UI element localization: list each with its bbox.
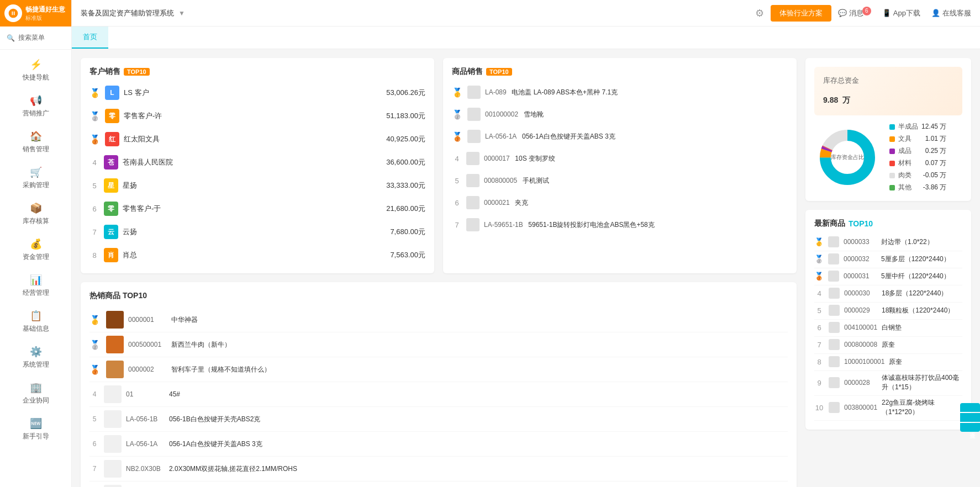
new-products-label: 最新商品 [814,219,845,229]
legend-dot [889,124,895,130]
app-download-button[interactable]: 📱 App下载 [882,8,920,18]
online-service-button[interactable]: 👤 在线客服 [931,8,971,18]
hot-product-img [106,336,124,353]
guide-label: 新手引导 [23,432,49,441]
sidebar-item-sales[interactable]: 🏠 销售管理 [3,125,68,160]
sidebar-item-system[interactable]: ⚙️ 系统管理 [3,340,68,375]
chart-area: 库存资金占比 半成品 12.45 万 文具 1.01 万 成品 0.25 万 材… [814,122,962,192]
new-rank-num: 7 [814,341,824,349]
customer-rank-item: 🥇 L LS 客户 53,006.26元 [89,83,425,102]
sidebar-item-quicknav[interactable]: ⚡ 快捷导航 [3,53,68,88]
legend-value: 0.07 万 [925,158,947,168]
rank-avatar: 星 [104,178,118,193]
product-sales-title: 商品销售 TOP10 [452,67,788,77]
sidebar-nav: ⚡ 快捷导航 📢 营销推广 🏠 销售管理 🛒 采购管理 📦 库存核算 💰 资金管… [0,50,71,487]
hot-rank-medal: 🥈 [89,340,102,350]
new-product-item: 8 10000100001 原奎 [814,354,962,371]
search-menu-button[interactable]: 🔍 搜索菜单 [4,31,67,45]
rank-name: 星扬 [123,181,382,190]
sidebar-item-inventory[interactable]: 📦 库存核算 [3,197,68,231]
product-code: LA-59651-1B [484,221,523,229]
hot-product-name: 中华神器 [171,315,788,325]
new-products-list: 🥇 0000033 封边带（1.0*22） 🥈 0000032 5厘多层（122… [814,234,962,421]
hot-rank-num: 7 [89,465,99,473]
tab-homepage[interactable]: 首页 [72,27,108,49]
finance-icon: 💰 [30,238,42,250]
new-product-code: 0000029 [844,306,877,314]
settings-icon[interactable]: ⚙ [755,7,764,19]
new-rank-num: 5 [814,306,824,315]
new-product-item: 🥉 0000031 5厘中纤（1220*2440） [814,268,962,285]
new-product-placeholder [829,339,840,350]
customer-rank-item: 5 星 星扬 33,333.00元 [89,176,425,195]
new-product-placeholder [829,356,840,367]
sidebar-item-purchase[interactable]: 🛒 采购管理 [3,161,68,195]
legend-dot [889,149,895,154]
product-sales-title-text: 商品销售 [452,67,483,77]
hot-product-item: 🥉 0000002 智利车子里（规格不知道填什么） [89,357,788,382]
product-sales-list: 🥇 LA-089 电池盖 LA-089 ABS本色+黑种 7.1克 🥈 0010… [452,83,788,234]
new-product-item: 7 000800008 原奎 [814,337,962,354]
page-tabs: 首页 [72,27,980,49]
new-product-name: 18多层（1220*2440） [882,289,962,298]
search-menu-area[interactable]: 🔍 搜索菜单 [0,27,71,50]
rank-avatar: 云 [104,225,118,239]
sidebar-item-company[interactable]: 🏢 企业协同 [3,376,68,411]
search-icon: 🔍 [7,34,15,42]
dropdown-icon[interactable]: ▼ [178,9,185,17]
new-product-placeholder [829,377,840,388]
sidebar-item-operations[interactable]: 📊 经营管理 [3,268,68,303]
new-product-name: 5厘多层（1220*2440） [881,255,962,264]
legend-item: 半成品 12.45 万 [889,122,946,131]
trial-button[interactable]: 体验行业方案 [771,5,831,22]
product-rank-item: 4 0000017 10S 变制罗绞 [452,150,788,167]
logo-brand: 畅捷通好生意 [25,5,65,14]
new-product-placeholder [829,402,840,413]
new-product-placeholder [828,271,839,282]
hot-product-placeholder [104,435,122,453]
sidebar-item-guide[interactable]: 🆕 新手引导 [3,412,68,447]
customer-sales-list: 🥇 L LS 客户 53,006.26元 🥈 零 零售客户-许 51,183.0… [89,83,425,264]
product-name: 59651-1B旋转投影灯电池盒ABS黑色+58克 [528,221,654,229]
new-product-name: 原奎 [889,357,962,367]
float-community[interactable]: 服务社区 [960,413,980,422]
product-rank-item: 🥉 LA-056-1A 056-1A白色按键开关盖ABS 3克 [452,128,788,145]
rank-num: 8 [89,251,99,260]
sidebar-item-basic[interactable]: 📋 基础信息 [3,304,68,339]
new-products-highlight: TOP10 [849,219,873,228]
logo-icon [4,4,22,22]
float-customer-service[interactable]: 客服热线 [960,403,980,412]
hot-products-list: 🥇 0000001 中华神器 🥈 000500001 新西兰牛肉（新牛） 🥉 0… [89,308,788,487]
legend-item: 肉类 -0.05 万 [889,171,946,180]
message-icon: 💬 [838,9,847,17]
rank-avatar: 苍 [104,155,118,170]
legend-label: 材料 [898,158,911,168]
new-rank-num: 9 [814,379,824,387]
new-product-name: 5厘中纤（1220*2440） [881,272,962,281]
hot-product-item: 6 LA-056-1A 056-1A白色按键开关盖ABS 3克 [89,432,788,457]
legend-value: -3.86 万 [923,183,947,192]
hot-product-placeholder [104,460,122,478]
sidebar-item-finance[interactable]: 💰 资金管理 [3,232,68,267]
inventory-header: 库存总资金 9.88 万 [814,67,962,115]
legend-value: 1.01 万 [925,134,947,144]
product-placeholder [466,152,480,165]
product-sales-card: 商品销售 TOP10 🥇 LA-089 电池盖 LA-089 ABS本色+黑种 … [443,58,797,273]
product-rank-item: 7 LA-59651-1B 59651-1B旋转投影灯电池盒ABS黑色+58克 [452,216,788,234]
rank-num: 7 [452,221,462,229]
sidebar-item-marketing[interactable]: 📢 营销推广 [3,89,68,124]
customer-rank-item: 7 云 云扬 7,680.00元 [89,223,425,241]
legend-list: 半成品 12.45 万 文具 1.01 万 成品 0.25 万 材料 0.07 … [889,122,946,192]
new-product-code: 10000100001 [844,358,884,366]
rank-num: 6 [452,199,462,207]
rank-num: 7 [89,228,99,236]
float-live[interactable]: 直播 [960,423,980,432]
new-product-item: 🥈 0000032 5厘多层（1220*2440） [814,251,962,268]
new-product-name: 封边带（1.0*22） [881,237,962,247]
customer-rank-item: 🥈 零 零售客户-许 51,183.00元 [89,107,425,125]
hot-product-name: 45# [169,390,788,398]
rank-value: 7,563.00元 [390,250,425,260]
messages-button[interactable]: 💬 消息 6 [838,8,871,18]
rank-medal: 🥈 [89,111,101,121]
rank-num: 5 [452,177,462,185]
